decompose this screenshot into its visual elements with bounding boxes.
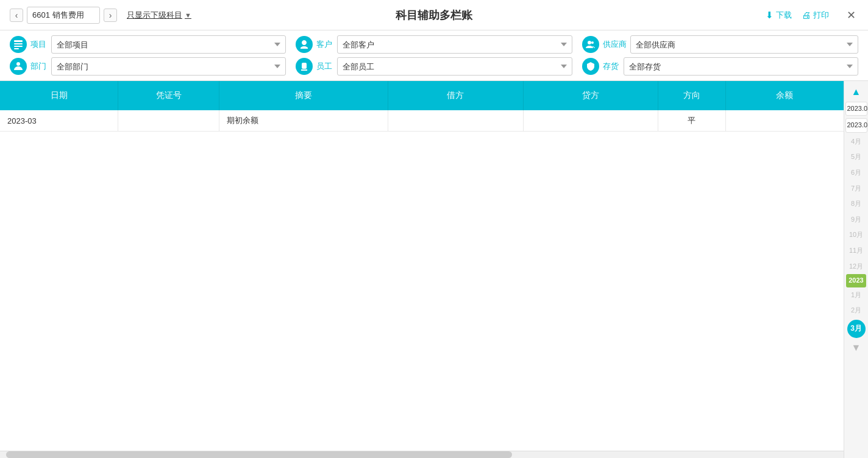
print-label: 打印 — [813, 10, 829, 21]
inventory-label: 存货 — [603, 61, 620, 72]
next-account-button[interactable]: › — [104, 9, 117, 22]
period-selected-2[interactable]: 2023.03 — [845, 118, 867, 132]
cell-credit — [523, 110, 658, 132]
filter-row-1: 项目 全部项目 客户 全部客户 供应商 — [10, 35, 858, 54]
svg-rect-0 — [14, 40, 23, 42]
month-1[interactable]: 1月 — [845, 287, 867, 303]
page-title: 科目辅助多栏账 — [396, 8, 472, 23]
project-select[interactable]: 全部项目 — [51, 35, 286, 54]
data-table: 日期 凭证号 摘要 借方 贷方 方向 余额 2023-03 — [0, 81, 844, 132]
col-summary: 摘要 — [219, 81, 388, 110]
svg-point-4 — [588, 41, 591, 44]
inventory-icon — [582, 58, 599, 75]
employee-label: 员工 — [316, 61, 333, 72]
panel-scroll-up[interactable]: ▲ — [849, 85, 864, 99]
year-badge[interactable]: 2023 — [846, 274, 866, 287]
download-icon: ⬇ — [766, 10, 774, 21]
print-icon: 🖨 — [802, 10, 811, 20]
project-icon — [10, 36, 27, 53]
panel-scroll-down[interactable]: ▼ — [849, 340, 864, 355]
filter-area: 项目 全部项目 客户 全部客户 供应商 — [0, 30, 868, 81]
download-button[interactable]: ⬇ 下载 — [766, 10, 792, 21]
col-direction: 方向 — [658, 81, 726, 110]
inventory-select[interactable]: 全部存货 — [624, 57, 858, 76]
customer-label: 客户 — [316, 39, 333, 50]
employee-icon — [296, 58, 313, 75]
department-icon — [10, 58, 27, 75]
filter-item-customer: 客户 全部客户 — [296, 35, 572, 54]
print-button[interactable]: 🖨 打印 — [802, 10, 829, 21]
employee-select[interactable]: 全部员工 — [337, 57, 572, 76]
col-date: 日期 — [0, 81, 118, 110]
show-sub-arrow-icon: ▼ — [185, 12, 191, 19]
month-4[interactable]: 4月 — [845, 134, 867, 150]
cell-voucher — [118, 110, 219, 132]
col-debit: 借方 — [388, 81, 523, 110]
filter-item-supplier: 供应商 全部供应商 — [582, 35, 858, 54]
title-bar: ‹ 6601 销售费用 › 只显示下级科目 ▼ 科目辅助多栏账 ⬇ 下载 🖨 打… — [0, 0, 868, 30]
month-9[interactable]: 9月 — [845, 212, 867, 228]
svg-point-6 — [16, 62, 20, 66]
svg-rect-9 — [303, 66, 305, 66]
svg-rect-1 — [14, 43, 23, 44]
show-sub-account[interactable]: 只显示下级科目 ▼ — [127, 10, 191, 21]
supplier-select[interactable]: 全部供应商 — [630, 35, 858, 54]
table-container[interactable]: 日期 凭证号 摘要 借方 贷方 方向 余额 2023-03 — [0, 81, 844, 451]
cell-direction: 平 — [658, 110, 726, 132]
close-button[interactable]: ✕ — [844, 8, 858, 23]
account-code: 6601 — [32, 10, 50, 19]
nav-area: ‹ 6601 销售费用 › — [10, 7, 117, 24]
supplier-icon — [582, 36, 599, 53]
content-wrapper: 日期 凭证号 摘要 借方 贷方 方向 余额 2023-03 — [0, 81, 868, 458]
month-5[interactable]: 5月 — [845, 149, 867, 165]
department-label: 部门 — [30, 61, 48, 72]
filter-item-employee: 员工 全部员工 — [296, 57, 572, 76]
col-voucher: 凭证号 — [118, 81, 219, 110]
customer-select[interactable]: 全部客户 — [337, 35, 572, 54]
period-selected-1[interactable]: 2023.03 — [845, 102, 867, 116]
right-panel: ▲ 2023.03 2023.03 4月 5月 6月 7月 8月 9月 10月 … — [844, 81, 868, 458]
cell-summary: 期初余额 — [219, 110, 388, 132]
filter-item-project: 项目 全部项目 — [10, 35, 286, 54]
svg-point-5 — [591, 41, 594, 44]
supplier-label: 供应商 — [603, 39, 627, 50]
filter-item-department: 部门 全部部门 — [10, 57, 286, 76]
month-2[interactable]: 2月 — [845, 303, 867, 319]
table-header-row: 日期 凭证号 摘要 借方 贷方 方向 余额 — [0, 81, 844, 110]
col-balance: 余额 — [725, 81, 844, 110]
download-label: 下载 — [776, 10, 792, 21]
month-10[interactable]: 10月 — [845, 227, 867, 243]
svg-rect-3 — [14, 48, 19, 49]
account-name: 销售费用 — [52, 10, 84, 21]
main-window: ‹ 6601 销售费用 › 只显示下级科目 ▼ 科目辅助多栏账 ⬇ 下载 🖨 打… — [0, 0, 868, 458]
col-credit: 贷方 — [523, 81, 658, 110]
cell-debit — [388, 110, 523, 132]
horizontal-scrollbar[interactable] — [0, 451, 844, 458]
title-actions: ⬇ 下载 🖨 打印 ✕ — [766, 8, 858, 23]
month-8[interactable]: 8月 — [845, 196, 867, 212]
table-row[interactable]: 2023-03 期初余额 平 — [0, 110, 844, 132]
department-select[interactable]: 全部部门 — [51, 57, 286, 76]
cell-balance — [725, 110, 844, 132]
prev-account-button[interactable]: ‹ — [10, 9, 23, 22]
filter-row-2: 部门 全部部门 员工 全部员工 存货 — [10, 57, 858, 76]
month-11[interactable]: 11月 — [845, 243, 867, 259]
cell-date: 2023-03 — [0, 110, 118, 132]
month-6[interactable]: 6月 — [845, 165, 867, 181]
customer-icon — [296, 36, 313, 53]
month-12[interactable]: 12月 — [845, 259, 867, 275]
month-7[interactable]: 7月 — [845, 181, 867, 197]
main-content: 日期 凭证号 摘要 借方 贷方 方向 余额 2023-03 — [0, 81, 844, 458]
h-scroll-thumb — [6, 451, 512, 458]
account-code-name: 6601 销售费用 — [27, 7, 100, 24]
filter-item-inventory: 存货 全部存货 — [582, 57, 858, 76]
svg-rect-2 — [14, 46, 23, 47]
month-3-active[interactable]: 3月 — [847, 320, 866, 338]
show-sub-label: 只显示下级科目 — [127, 10, 182, 21]
svg-rect-8 — [303, 65, 305, 65]
project-label: 项目 — [30, 39, 48, 50]
